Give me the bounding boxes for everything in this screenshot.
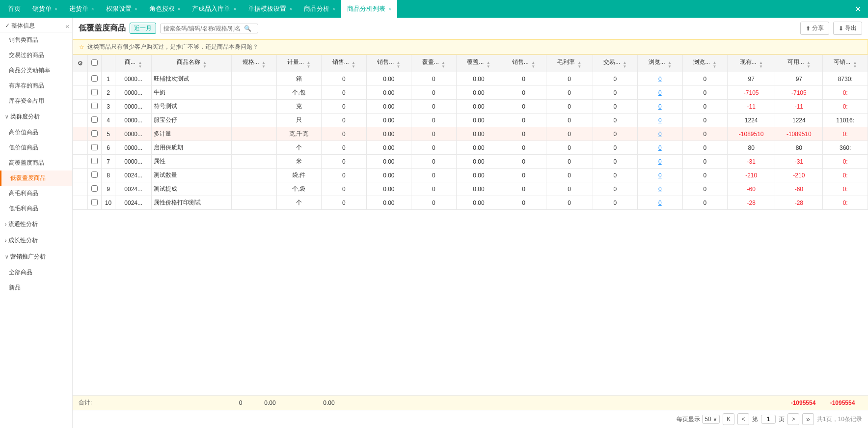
sidebar-item-sales-goods[interactable]: 销售类商品 [0, 32, 72, 48]
cell-browse1[interactable]: 0 [638, 141, 683, 155]
table-row[interactable]: 7 0000... 属性 米 0 0.00 0 0.00 0 0 0 0 0 -… [73, 155, 868, 169]
sidebar-collapse-btn[interactable]: « [65, 22, 69, 30]
row-checkbox[interactable] [91, 158, 98, 164]
col-sales2[interactable]: 销售... ▲▼ [366, 55, 411, 72]
nav-tab-sales[interactable]: 销货单 × [27, 0, 63, 18]
cell-checkbox[interactable] [88, 72, 102, 86]
sidebar-item-traded-goods[interactable]: 交易过的商品 [0, 48, 72, 63]
sidebar-item-high-value[interactable]: 高价值商品 [0, 125, 72, 140]
cell-checkbox[interactable] [88, 86, 102, 100]
sidebar-item-category-rate[interactable]: 商品分类动销率 [0, 63, 72, 78]
close-icon[interactable]: × [54, 6, 57, 12]
row-checkbox[interactable] [91, 103, 98, 109]
row-checkbox[interactable] [91, 89, 98, 95]
close-icon[interactable]: × [135, 6, 137, 12]
window-close-button[interactable]: ✕ [850, 4, 866, 14]
sidebar-section-growth[interactable]: › 成长性分析 [0, 232, 72, 249]
col-browse2[interactable]: 浏览... ▲▼ [682, 55, 728, 72]
row-checkbox[interactable] [91, 144, 98, 150]
cell-browse1[interactable]: 0 [638, 114, 683, 127]
col-margin[interactable]: 毛利率 ▲▼ [546, 55, 593, 72]
search-box[interactable]: 🔍 [160, 24, 258, 33]
col-product-name[interactable]: 商品名称 ▲▼ [152, 55, 232, 72]
table-wrapper[interactable]: ⚙ 商... ▲▼ 商品名称 ▲▼ 规格... ▲▼ 计量... ▲▼ 销售..… [73, 55, 868, 395]
period-button[interactable]: 近一月 [130, 23, 156, 34]
col-settings[interactable]: ⚙ [73, 55, 88, 72]
cell-checkbox[interactable] [88, 141, 102, 155]
cell-checkbox[interactable] [88, 100, 102, 114]
nav-tab-product-analysis-list[interactable]: 商品分析列表 × [341, 0, 397, 18]
cell-checkbox[interactable] [88, 127, 102, 141]
row-checkbox[interactable] [91, 171, 98, 178]
export-button[interactable]: ⬇ 导出 [833, 22, 862, 35]
sidebar-section-cluster[interactable]: ∨ 类群度分析 [0, 109, 72, 125]
col-cover1[interactable]: 覆盖... ▲▼ [411, 55, 457, 72]
table-row[interactable]: 5 0000... 多计量 克,千克 0 0.00 0 0.00 0 0 0 0… [73, 127, 868, 141]
cell-checkbox[interactable] [88, 155, 102, 169]
col-spec[interactable]: 规格... ▲▼ [232, 55, 277, 72]
sidebar-item-low-margin[interactable]: 低毛利商品 [0, 201, 72, 216]
sidebar-section-marketing[interactable]: ∨ 营销推广分析 [0, 249, 72, 265]
cell-checkbox[interactable] [88, 182, 102, 196]
cell-browse1[interactable]: 0 [638, 127, 683, 141]
row-checkbox[interactable] [91, 199, 98, 205]
next-page-button[interactable]: > [787, 413, 799, 425]
close-icon[interactable]: × [388, 6, 391, 12]
sidebar-item-inventory-capital[interactable]: 库存资金占用 [0, 93, 72, 109]
nav-tab-home[interactable]: 首页 [2, 0, 27, 18]
first-page-button[interactable]: K [723, 413, 734, 425]
table-row[interactable]: 3 0000... 符号测试 克 0 0.00 0 0.00 0 0 0 0 0… [73, 100, 868, 114]
sidebar-item-high-coverage[interactable]: 高覆盖度商品 [0, 155, 72, 171]
nav-tab-permissions[interactable]: 权限设置 × [100, 0, 143, 18]
close-icon[interactable]: × [91, 6, 94, 12]
sidebar-item-new-goods[interactable]: 新品 [0, 280, 72, 295]
cell-browse1[interactable]: 0 [638, 182, 683, 196]
table-row[interactable]: 1 0000... 旺辅批次测试 箱 0 0.00 0 0.00 0 0 0 0… [73, 72, 868, 86]
cell-browse1[interactable]: 0 [638, 72, 683, 86]
col-product-code[interactable]: 商... ▲▼ [115, 55, 152, 72]
sidebar-item-instock-goods[interactable]: 有库存的商品 [0, 78, 72, 93]
col-trade[interactable]: 交易... ▲▼ [593, 55, 638, 72]
table-row[interactable]: 6 0000... 启用保质期 个 0 0.00 0 0.00 0 0 0 0 … [73, 141, 868, 155]
col-sales3[interactable]: 销售... ▲▼ [501, 55, 546, 72]
search-icon[interactable]: 🔍 [244, 25, 251, 32]
cell-browse1[interactable]: 0 [638, 86, 683, 100]
nav-tab-template[interactable]: 单据模板设置 × [242, 0, 298, 18]
table-row[interactable]: 4 0000... 服宝公仔 只 0 0.00 0 0.00 0 0 0 0 0… [73, 114, 868, 127]
sidebar-section-flow[interactable]: › 流通性分析 [0, 216, 72, 232]
col-cover2[interactable]: 覆盖... ▲▼ [456, 55, 501, 72]
search-input[interactable] [163, 25, 242, 32]
sidebar-item-low-coverage[interactable]: 低覆盖度商品 [0, 171, 72, 186]
close-icon[interactable]: × [233, 6, 236, 12]
col-available[interactable]: 可用... ▲▼ [775, 55, 823, 72]
sidebar-item-all-goods[interactable]: 全部商品 [0, 265, 72, 280]
cell-checkbox[interactable] [88, 114, 102, 127]
cell-browse1[interactable]: 0 [638, 169, 683, 182]
col-current[interactable]: 现有... ▲▼ [728, 55, 775, 72]
close-icon[interactable]: × [289, 6, 292, 12]
sidebar-item-low-value[interactable]: 低价值商品 [0, 140, 72, 155]
col-browse1[interactable]: 浏览... ▲▼ [638, 55, 683, 72]
cell-checkbox[interactable] [88, 169, 102, 182]
close-icon[interactable]: × [332, 6, 335, 12]
nav-tab-finished-goods[interactable]: 产成品入库单 × [186, 0, 242, 18]
nav-tab-role[interactable]: 角色授权 × [143, 0, 187, 18]
nav-tab-product-analysis[interactable]: 商品分析 × [298, 0, 341, 18]
share-button[interactable]: ⬆ 分享 [800, 22, 829, 35]
table-row[interactable]: 8 0024... 测试数量 袋,件 0 0.00 0 0.00 0 0 0 0… [73, 169, 868, 182]
row-checkbox[interactable] [91, 116, 98, 123]
col-saleable[interactable]: 可销... ▲▼ [823, 55, 868, 72]
per-page-selector[interactable]: 50 ∨ [702, 415, 720, 424]
cell-browse1[interactable]: 0 [638, 196, 683, 210]
select-all-checkbox[interactable] [91, 59, 98, 66]
sidebar-item-high-margin[interactable]: 高毛利商品 [0, 186, 72, 201]
col-checkbox[interactable] [88, 55, 102, 72]
cell-browse1[interactable]: 0 [638, 155, 683, 169]
table-row[interactable]: 10 0024... 属性价格打印测试 个 0 0.00 0 0.00 0 0 … [73, 196, 868, 210]
cell-checkbox[interactable] [88, 196, 102, 210]
row-checkbox[interactable] [91, 130, 98, 137]
cell-browse1[interactable]: 0 [638, 100, 683, 114]
col-sales1[interactable]: 销售... ▲▼ [322, 55, 367, 72]
table-row[interactable]: 9 0024... 测试提成 个,袋 0 0.00 0 0.00 0 0 0 0… [73, 182, 868, 196]
prev-page-button[interactable]: < [737, 413, 749, 425]
